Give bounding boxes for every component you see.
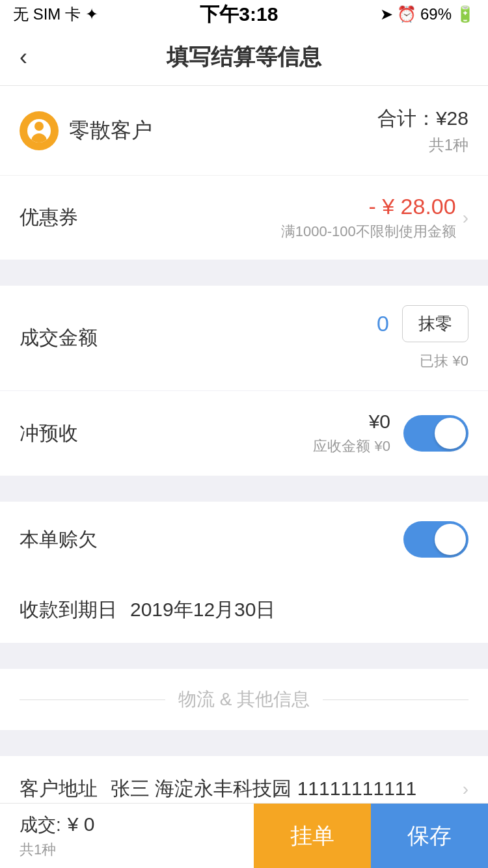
separator-1 (0, 273, 488, 286)
separator-4 (0, 743, 488, 756)
deal-amount-row: 成交金额 0 抹零 已抹 ¥0 (0, 286, 488, 391)
deal-amount-label: 成交金额 (20, 325, 98, 351)
customer-left: 零散客户 (20, 111, 152, 150)
address-value: 张三 海淀永丰科技园 11111111111 (111, 776, 450, 802)
bottom-deal-amount: ¥ 0 (68, 813, 95, 835)
address-label: 客户地址 (20, 776, 98, 802)
sim-status: 无 SIM 卡 ✦ (13, 4, 98, 25)
due-date-label: 收款到期日 (20, 597, 117, 623)
location-icon: ➤ (380, 5, 393, 23)
bottom-bar: 成交: ¥ 0 共1种 挂单 保存 (0, 803, 488, 868)
debit-toggle[interactable] (403, 521, 468, 558)
bottom-summary: 成交: ¥ 0 共1种 (0, 813, 254, 860)
separator-3 (0, 656, 488, 669)
toggle-knob (435, 418, 466, 449)
status-bar: 无 SIM 卡 ✦ 下午3:18 ➤ ⏰ 69% 🔋 (0, 0, 488, 29)
coupon-discount: - ¥ 28.00 (281, 194, 456, 219)
logistics-label: 物流 & 其他信息 (178, 687, 310, 712)
customer-name: 零散客户 (69, 116, 152, 145)
chong-presell-right: ¥0 应收金额 ¥0 (313, 411, 468, 456)
round-zero-button[interactable]: 抹零 (402, 305, 468, 342)
save-button[interactable]: 保存 (371, 804, 488, 869)
customer-section: 零散客户 合计：¥28 共1种 优惠券 - ¥ 28.00 满1000-100不… (0, 86, 488, 260)
total-count: 共1种 (377, 135, 468, 156)
separator-2 (0, 489, 488, 502)
status-right: ➤ ⏰ 69% 🔋 (380, 5, 475, 23)
coupon-description: 满1000-100不限制使用金额 (281, 222, 456, 241)
coupon-right: - ¥ 28.00 满1000-100不限制使用金额 › (281, 194, 468, 241)
logistics-section: 物流 & 其他信息 (0, 669, 488, 730)
back-button[interactable]: ‹ (20, 44, 59, 71)
customer-summary: 合计：¥28 共1种 (377, 105, 468, 156)
chong-sub-value: 应收金额 ¥0 (313, 437, 390, 456)
avatar (20, 111, 59, 150)
alarm-icon: ⏰ (397, 5, 416, 23)
chong-presell-row: 冲预收 ¥0 应收金额 ¥0 (0, 391, 488, 476)
deal-amount-sub: 已抹 ¥0 (420, 351, 468, 371)
deal-amount-section: 成交金额 0 抹零 已抹 ¥0 冲预收 ¥0 应收金额 ¥0 (0, 286, 488, 476)
debit-toggle-knob (435, 524, 466, 555)
chong-values: ¥0 应收金额 ¥0 (313, 411, 390, 456)
chong-presell-label: 冲预收 (20, 420, 78, 447)
status-left: 无 SIM 卡 ✦ (13, 4, 98, 25)
nav-bar: ‹ 填写结算等信息 (0, 29, 488, 86)
deal-amount-value: 0 (377, 311, 389, 336)
bottom-deal-label: 成交: (20, 813, 61, 837)
address-chevron-icon: › (463, 779, 468, 800)
coupon-info: - ¥ 28.00 满1000-100不限制使用金额 (281, 194, 456, 241)
logistics-header: 物流 & 其他信息 (0, 669, 488, 730)
debit-label: 本单赊欠 (20, 526, 98, 553)
avatar-icon (27, 119, 51, 142)
battery-text: 69% (420, 5, 452, 23)
debit-section: 本单赊欠 收款到期日 2019年12月30日 (0, 502, 488, 643)
chong-presell-toggle[interactable] (403, 415, 468, 452)
coupon-label: 优惠券 (20, 204, 78, 231)
status-time: 下午3:18 (200, 1, 278, 28)
logistics-line-right (323, 699, 468, 700)
chevron-right-icon: › (463, 208, 468, 228)
total-price: 合计：¥28 (377, 105, 468, 132)
deal-amount-right: 0 抹零 (377, 305, 468, 342)
logistics-line-left (20, 699, 165, 700)
due-date-row: 收款到期日 2019年12月30日 (0, 577, 488, 643)
hang-order-button[interactable]: 挂单 (254, 804, 371, 869)
bottom-count: 共1种 (20, 840, 234, 860)
due-date-value: 2019年12月30日 (130, 597, 275, 623)
page-title: 填写结算等信息 (167, 42, 321, 72)
coupon-row[interactable]: 优惠券 - ¥ 28.00 满1000-100不限制使用金额 › (0, 175, 488, 260)
battery-icon: 🔋 (455, 5, 475, 23)
customer-row: 零散客户 合计：¥28 共1种 (0, 86, 488, 175)
debit-row: 本单赊欠 (0, 502, 488, 577)
chong-main-value: ¥0 (313, 411, 390, 433)
